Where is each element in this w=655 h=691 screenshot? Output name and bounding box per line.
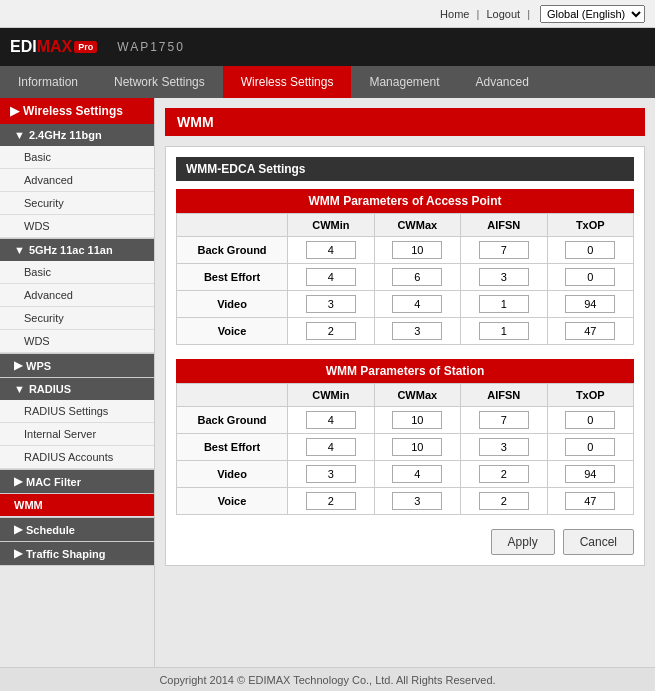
sta-row-vo-aifsn <box>461 488 547 515</box>
nav-information[interactable]: Information <box>0 66 96 98</box>
arrow-icon: ▼ <box>14 383 25 395</box>
sidebar-section-label: Wireless Settings <box>23 104 123 118</box>
sidebar-item-2ghz-advanced[interactable]: Advanced <box>0 169 154 192</box>
sidebar-group-header-macfilter[interactable]: ▶ MAC Filter <box>0 470 154 493</box>
ap-be-cwmin-input[interactable] <box>306 268 356 286</box>
sidebar-group-header-radius[interactable]: ▼ RADIUS <box>0 378 154 400</box>
sta-vi-aifsn-input[interactable] <box>479 465 529 483</box>
sidebar-item-5ghz-security[interactable]: Security <box>0 307 154 330</box>
sta-vo-txop-input[interactable] <box>565 492 615 510</box>
ap-be-txop-input[interactable] <box>565 268 615 286</box>
sta-row-vi-txop <box>547 461 634 488</box>
sidebar-group-header-traffic[interactable]: ▶ Traffic Shaping <box>0 542 154 565</box>
ap-vi-aifsn-input[interactable] <box>479 295 529 313</box>
ap-vo-cwmax-input[interactable] <box>392 322 442 340</box>
sta-bg-cwmin-input[interactable] <box>306 411 356 429</box>
sta-be-aifsn-input[interactable] <box>479 438 529 456</box>
ap-row-be-cwmax <box>374 264 460 291</box>
sidebar-item-2ghz-wds[interactable]: WDS <box>0 215 154 238</box>
sidebar-item-wmm-label: WMM <box>14 499 43 511</box>
logo-bar: EDIMAXPro WAP1750 <box>0 28 655 66</box>
sidebar-group-traffic: ▶ Traffic Shaping <box>0 542 154 566</box>
sta-row-vo-cwmax <box>374 488 460 515</box>
ap-bg-txop-input[interactable] <box>565 241 615 259</box>
sta-vi-cwmin-input[interactable] <box>306 465 356 483</box>
ap-be-aifsn-input[interactable] <box>479 268 529 286</box>
sta-vo-cwmin-input[interactable] <box>306 492 356 510</box>
sta-be-txop-input[interactable] <box>565 438 615 456</box>
apply-button[interactable]: Apply <box>491 529 555 555</box>
logout-link[interactable]: Logout <box>486 8 520 20</box>
sta-bg-cwmax-input[interactable] <box>392 411 442 429</box>
sta-be-cwmax-input[interactable] <box>392 438 442 456</box>
table-row: Video <box>177 461 634 488</box>
ap-row-vo-txop <box>547 318 634 345</box>
main-layout: ▶ Wireless Settings ▼ 2.4GHz 11bgn Basic… <box>0 98 655 667</box>
sidebar-group-header-schedule[interactable]: ▶ Schedule <box>0 518 154 541</box>
ap-bg-aifsn-input[interactable] <box>479 241 529 259</box>
content-title: WMM <box>165 108 645 136</box>
sidebar-section-wireless: ▶ Wireless Settings <box>0 98 154 124</box>
sidebar-group-header-5ghz[interactable]: ▼ 5GHz 11ac 11an <box>0 239 154 261</box>
logo-pro: Pro <box>74 41 97 53</box>
sidebar-item-internal-server[interactable]: Internal Server <box>0 423 154 446</box>
ap-row-bg-cwmin <box>288 237 374 264</box>
sidebar-item-radius-settings[interactable]: RADIUS Settings <box>0 400 154 423</box>
sta-vo-aifsn-input[interactable] <box>479 492 529 510</box>
sidebar-item-5ghz-basic[interactable]: Basic <box>0 261 154 284</box>
sta-row-bg-label: Back Ground <box>177 407 288 434</box>
sta-row-vi-cwmin <box>288 461 374 488</box>
sta-be-cwmin-input[interactable] <box>306 438 356 456</box>
sta-bg-txop-input[interactable] <box>565 411 615 429</box>
sta-table-title: WMM Parameters of Station <box>176 359 634 383</box>
sidebar-group-label-2ghz: 2.4GHz 11bgn <box>29 129 102 141</box>
ap-vo-aifsn-input[interactable] <box>479 322 529 340</box>
sta-bg-aifsn-input[interactable] <box>479 411 529 429</box>
sidebar-item-wmm[interactable]: WMM <box>0 494 154 517</box>
sidebar-group-header-wps[interactable]: ▶ WPS <box>0 354 154 377</box>
nav-network-settings[interactable]: Network Settings <box>96 66 223 98</box>
sidebar-item-5ghz-advanced[interactable]: Advanced <box>0 284 154 307</box>
nav-management[interactable]: Management <box>351 66 457 98</box>
nav-wireless-settings[interactable]: Wireless Settings <box>223 66 352 98</box>
settings-box: WMM-EDCA Settings WMM Parameters of Acce… <box>165 146 645 566</box>
sidebar-section-arrow: ▶ <box>10 104 19 118</box>
ap-be-cwmax-input[interactable] <box>392 268 442 286</box>
ap-vi-cwmin-input[interactable] <box>306 295 356 313</box>
sidebar-group-header-2ghz[interactable]: ▼ 2.4GHz 11bgn <box>0 124 154 146</box>
home-link[interactable]: Home <box>440 8 469 20</box>
sidebar-item-2ghz-basic[interactable]: Basic <box>0 146 154 169</box>
nav-advanced[interactable]: Advanced <box>457 66 546 98</box>
button-row: Apply Cancel <box>176 529 634 555</box>
sta-vi-txop-input[interactable] <box>565 465 615 483</box>
sidebar-item-5ghz-wds[interactable]: WDS <box>0 330 154 353</box>
ap-row-vi-txop <box>547 291 634 318</box>
arrow-icon: ▶ <box>14 523 22 536</box>
sta-row-be-cwmin <box>288 434 374 461</box>
cancel-button[interactable]: Cancel <box>563 529 634 555</box>
ap-bg-cwmax-input[interactable] <box>392 241 442 259</box>
language-select[interactable]: Global (English) <box>540 5 645 23</box>
sta-vi-cwmax-input[interactable] <box>392 465 442 483</box>
ap-vi-cwmax-input[interactable] <box>392 295 442 313</box>
model-name: WAP1750 <box>117 40 185 54</box>
sidebar-group-wps: ▶ WPS <box>0 354 154 378</box>
ap-bg-cwmin-input[interactable] <box>306 241 356 259</box>
ap-vo-txop-input[interactable] <box>565 322 615 340</box>
sta-table-container: WMM Parameters of Station CWMin CWMax AI… <box>176 359 634 515</box>
sidebar-item-radius-accounts[interactable]: RADIUS Accounts <box>0 446 154 469</box>
content-area: WMM WMM-EDCA Settings WMM Parameters of … <box>155 98 655 667</box>
sidebar-group-label-5ghz: 5GHz 11ac 11an <box>29 244 113 256</box>
ap-row-be-label: Best Effort <box>177 264 288 291</box>
sta-row-vo-txop <box>547 488 634 515</box>
ap-row-bg-txop <box>547 237 634 264</box>
arrow-icon: ▶ <box>14 359 22 372</box>
arrow-icon: ▼ <box>14 129 25 141</box>
arrow-icon: ▶ <box>14 475 22 488</box>
sta-vo-cwmax-input[interactable] <box>392 492 442 510</box>
ap-vo-cwmin-input[interactable] <box>306 322 356 340</box>
sidebar-item-2ghz-security[interactable]: Security <box>0 192 154 215</box>
ap-vi-txop-input[interactable] <box>565 295 615 313</box>
ap-table-container: WMM Parameters of Access Point CWMin CWM… <box>176 189 634 345</box>
sidebar-group-label-schedule: Schedule <box>26 524 75 536</box>
